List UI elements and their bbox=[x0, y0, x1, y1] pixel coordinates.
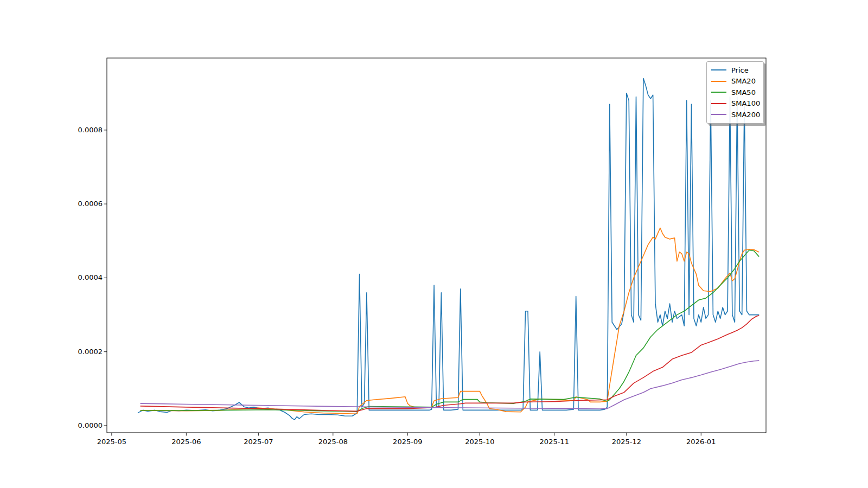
legend-label: SMA20 bbox=[731, 77, 756, 85]
y-tick-label: 0.0000 bbox=[59, 421, 103, 430]
sma200-line-swatch bbox=[711, 114, 726, 115]
legend-item-price: Price bbox=[711, 65, 759, 76]
x-tick-label: 2025-10 bbox=[455, 438, 504, 446]
x-tick-label: 2026-01 bbox=[676, 438, 725, 446]
x-tick-label: 2025-06 bbox=[162, 438, 210, 446]
x-tick-label: 2025-07 bbox=[234, 438, 283, 446]
legend-item-sma50: SMA50 bbox=[711, 87, 759, 98]
chart-legend: Price SMA20 SMA50 SMA100 SMA200 bbox=[706, 61, 764, 124]
sma100-line-swatch bbox=[711, 103, 726, 104]
legend-item-sma200: SMA200 bbox=[711, 109, 759, 120]
legend-item-sma20: SMA20 bbox=[711, 76, 759, 87]
legend-label: SMA100 bbox=[731, 99, 760, 107]
x-tick-label: 2025-09 bbox=[383, 438, 432, 446]
sma20-line-swatch bbox=[711, 81, 726, 82]
y-tick-label: 0.0006 bbox=[59, 200, 103, 208]
x-tick-label: 2025-11 bbox=[530, 438, 579, 446]
y-tick-label: 0.0002 bbox=[59, 348, 103, 356]
figure-canvas: 2025-05 2025-06 2025-07 2025-08 2025-09 … bbox=[0, 0, 868, 488]
x-tick-label: 2025-05 bbox=[87, 438, 136, 446]
sma50-line-swatch bbox=[711, 92, 726, 93]
legend-label: SMA200 bbox=[731, 111, 760, 119]
x-tick-label: 2025-12 bbox=[602, 438, 651, 446]
plot-area bbox=[107, 58, 766, 433]
legend-item-sma100: SMA100 bbox=[711, 98, 759, 110]
legend-label: Price bbox=[731, 66, 749, 74]
x-tick-label: 2025-08 bbox=[309, 438, 358, 446]
y-tick-label: 0.0008 bbox=[59, 126, 103, 134]
legend-label: SMA50 bbox=[731, 88, 756, 97]
y-tick-label: 0.0004 bbox=[59, 273, 103, 282]
price-line-swatch bbox=[711, 69, 726, 70]
